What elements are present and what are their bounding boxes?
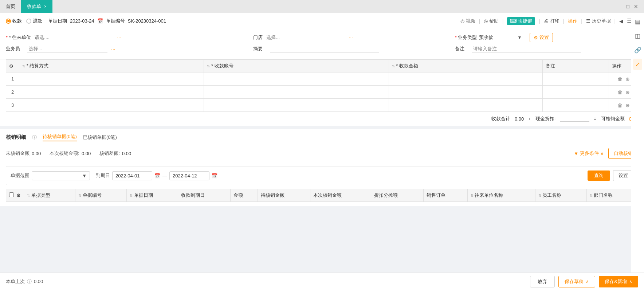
query-button[interactable]: 查询 <box>588 171 610 181</box>
settings-button[interactable]: ⚙ 设置 <box>530 33 553 42</box>
video-button[interactable]: ◎ 视频 <box>460 18 475 24</box>
summary-label: 摘要 <box>253 46 263 52</box>
account-sort-icon[interactable]: ⇅ <box>207 64 210 68</box>
col-order-label: 销售订单 <box>427 192 445 198</box>
date-label: 到期日 <box>96 172 110 179</box>
calendar-icon[interactable]: 📅 <box>97 18 103 24</box>
date-to-input[interactable] <box>169 171 209 180</box>
sidebar-icon-4[interactable]: ⤢ <box>633 59 642 70</box>
toolbar-right: ◎ 视频 | ◎ 帮助 | ⌨ 快捷键 | 🖨 打印 | 操作 | ☰ 历史单据… <box>460 17 638 25</box>
gear-icon[interactable]: ⚙ <box>9 63 13 69</box>
settings-icon: ⚙ <box>534 35 538 40</box>
prev-arrow[interactable]: ◀ <box>619 18 623 24</box>
tab-bar: 首页 收款单 × — □ ✕ <box>0 0 644 13</box>
amount-cell-2[interactable] <box>389 86 543 99</box>
discard-button[interactable]: 放弃 <box>530 276 555 287</box>
select-all-checkbox[interactable] <box>9 192 14 197</box>
store-input[interactable] <box>265 34 345 41</box>
maximize-button[interactable]: □ <box>627 4 629 9</box>
sidebar-icon-3[interactable]: 🔗 <box>632 44 644 56</box>
reconcile-settings-button[interactable]: 设置 <box>613 170 633 181</box>
delete-icon-2[interactable]: 🗑 <box>617 89 623 95</box>
print-button[interactable]: 🖨 打印 <box>544 18 559 24</box>
pending-tab[interactable]: 待核销单据(0笔) <box>43 133 77 141</box>
row-num-2: 2 <box>6 86 19 99</box>
bottom-col-gear[interactable]: ⚙ <box>6 189 24 202</box>
delete-icon-3[interactable]: 🗑 <box>617 102 623 108</box>
col-employee-label: 员工名称 <box>542 192 561 198</box>
salesperson-more-icon[interactable]: ··· <box>111 46 115 52</box>
footer-left: 本单上次 ⓘ 0.00 <box>6 278 43 285</box>
more-conditions-button[interactable]: ▼ 更多条件 ∧ <box>574 150 604 157</box>
history-button[interactable]: ☰ 历史单据 <box>586 18 611 24</box>
operation-button[interactable]: 操作 <box>568 18 577 24</box>
calendar-from-icon[interactable]: 📅 <box>154 173 160 179</box>
col-date-label: 单据日期 <box>134 192 153 198</box>
sidebar-icon-2[interactable]: ◫ <box>633 30 643 42</box>
amount-cell-3[interactable] <box>389 99 543 112</box>
remark-cell-3[interactable] <box>543 99 609 112</box>
settle-cell-1[interactable] <box>19 72 204 86</box>
account-cell-1[interactable] <box>204 72 389 86</box>
bottom-gear-icon[interactable]: ⚙ <box>16 193 21 198</box>
delete-icon-1[interactable]: 🗑 <box>617 76 623 82</box>
current-label: 本次核销金额: <box>50 150 79 157</box>
salesperson-input[interactable] <box>27 45 107 52</box>
range-label: 单据范围 <box>11 172 30 179</box>
footer-info-icon[interactable]: ⓘ <box>27 278 32 285</box>
form-row-2: 业务员 ··· 摘要 备注 <box>6 45 638 52</box>
calendar-to-icon[interactable]: 📅 <box>212 173 217 179</box>
discount-input[interactable] <box>560 116 589 122</box>
settle-cell-3[interactable] <box>19 99 204 112</box>
discount-label: 现金折扣: <box>535 115 556 122</box>
counterpart-input[interactable] <box>33 34 113 41</box>
done-tab[interactable]: 已核销单据(0笔) <box>83 134 117 141</box>
summary-input[interactable] <box>270 45 379 52</box>
bottom-col-num: ⇅ 单据编号 <box>75 189 127 202</box>
settle-cell-2[interactable] <box>19 86 204 99</box>
copy-icon-1[interactable]: ⊕ <box>625 76 630 82</box>
counterpart-sort-icon[interactable]: ⇅ <box>471 193 474 197</box>
account-cell-2[interactable] <box>204 86 389 99</box>
business-type-dropdown[interactable]: ▼ <box>517 35 522 40</box>
business-type-value: 预收款 <box>479 34 493 41</box>
remark-input[interactable] <box>472 45 581 52</box>
minimize-button[interactable]: — <box>617 4 622 9</box>
num-sort-icon[interactable]: ⇅ <box>78 193 81 197</box>
amount-cell-1[interactable] <box>389 72 543 86</box>
radio-receive[interactable]: 收款 <box>6 18 22 24</box>
close-button[interactable]: ✕ <box>634 4 638 9</box>
store-more-icon[interactable]: ··· <box>349 35 353 40</box>
tab-receipt[interactable]: 收款单 × <box>21 0 52 13</box>
account-cell-3[interactable] <box>204 99 389 112</box>
tab-close-icon[interactable]: × <box>44 4 47 9</box>
radio-refund[interactable]: 退款 <box>26 18 42 24</box>
sep2: | <box>502 18 503 24</box>
employee-sort-icon[interactable]: ⇅ <box>538 193 541 197</box>
save-draft-button[interactable]: 保存草稿 ∧ <box>558 276 595 287</box>
amount-sort-icon[interactable]: ⇅ <box>392 64 395 68</box>
required-star-1: * <box>6 35 8 40</box>
date-sort-icon[interactable]: ⇅ <box>130 193 133 197</box>
sidebar-icon-1[interactable]: ▤ <box>633 16 643 27</box>
copy-icon-2[interactable]: ⊕ <box>625 89 630 95</box>
date-from-input[interactable] <box>112 171 152 180</box>
col-amount-label2: 金额 <box>233 192 243 198</box>
net-label: 可核销金额 <box>601 115 625 122</box>
range-select[interactable]: ▼ <box>32 171 90 180</box>
type-sort-icon[interactable]: ⇅ <box>27 193 30 197</box>
copy-icon-3[interactable]: ⊕ <box>625 102 630 108</box>
right-sidebar: ▤ ◫ 🔗 ⤢ <box>631 13 644 273</box>
reconcile-info-icon[interactable]: ⓘ <box>32 134 37 141</box>
counterpart-more-icon[interactable]: ··· <box>117 35 121 40</box>
bottom-col-type: ⇅ 单据类型 <box>24 189 75 202</box>
save-new-button[interactable]: 保存&新增 ∧ <box>599 276 638 287</box>
settle-sort-icon[interactable]: ⇅ <box>22 64 25 68</box>
shortcut-button[interactable]: ⌨ 快捷键 <box>507 17 535 25</box>
dept-sort-icon[interactable]: ⇅ <box>590 193 593 197</box>
remark-cell-1[interactable] <box>543 72 609 86</box>
col-gear-header[interactable]: ⚙ <box>6 60 19 72</box>
tab-home[interactable]: 首页 <box>0 0 21 13</box>
help-button[interactable]: ◎ 帮助 <box>484 18 499 24</box>
remark-cell-2[interactable] <box>543 86 609 99</box>
